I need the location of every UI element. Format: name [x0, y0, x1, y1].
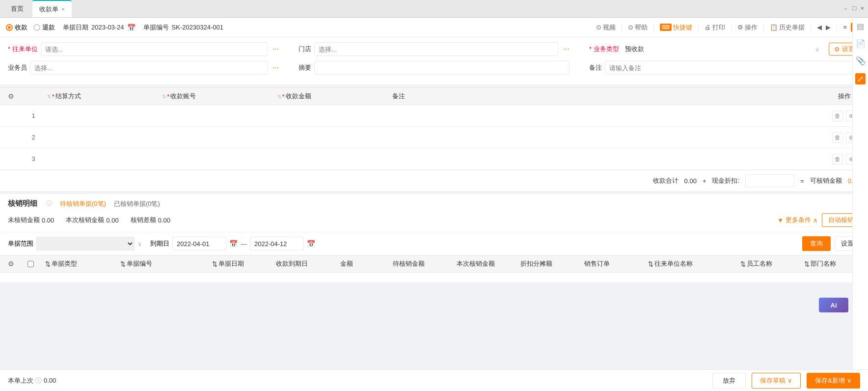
radio-receive[interactable]: 收款: [6, 23, 27, 32]
window-controls: － □ ×: [842, 4, 864, 13]
query-btn[interactable]: 查询: [802, 236, 831, 251]
ai-badge[interactable]: Ai: [819, 298, 848, 312]
bt-due-label: 收款到期日: [276, 259, 308, 268]
discount-input[interactable]: [745, 174, 794, 187]
bill-range-select[interactable]: [36, 237, 135, 251]
toolbar-actions: ⊙ 视频 ⊙ 帮助 ⌨ 快捷键 🖨 打印 ⚙ 操作 📋 历史单据 ◀: [596, 23, 862, 32]
save-draft-btn[interactable]: 保存草稿 ∨: [752, 373, 801, 389]
abstract-input[interactable]: [314, 61, 570, 75]
bt-sales-order-col: 销售订单: [580, 259, 644, 268]
help-btn[interactable]: ⊙ 帮助: [628, 23, 648, 32]
shortcut-icon: ⌨: [660, 24, 672, 31]
calendar-icon[interactable]: 📅: [127, 24, 136, 31]
row3-delete-btn[interactable]: 🗑: [832, 154, 843, 165]
sidebar-icon-3[interactable]: 📎: [856, 56, 866, 65]
bt-gear-icon[interactable]: ⚙: [8, 260, 14, 268]
bt-select-all-checkbox[interactable]: [27, 261, 34, 267]
radio-refund[interactable]: 退款: [33, 23, 55, 32]
sidebar-icon-2[interactable]: 📄: [856, 39, 866, 48]
remark-input[interactable]: [605, 61, 860, 75]
table-gear-icon[interactable]: ⚙: [8, 92, 14, 100]
unverified-label: 未核销金额: [8, 216, 40, 224]
salesperson-input[interactable]: [30, 61, 268, 75]
abandon-label: 放弃: [723, 377, 735, 384]
bt-checkbox-col: [24, 261, 41, 267]
divider6: [811, 24, 811, 31]
calendar-from-icon[interactable]: 📅: [229, 240, 238, 248]
row1-delete-btn[interactable]: 🗑: [832, 111, 843, 121]
operation-btn[interactable]: ⚙ 操作: [737, 23, 758, 32]
bill-range-label: 单据范围: [8, 239, 33, 248]
main-toolbar: 收款 退款 单据日期 2023-03-24 📅 单据编号 SK-20230324…: [0, 18, 868, 37]
main-form: * 往来单位 ··· 门店 ··· * 业务类型 预收款 ∨ ⚙ 设置: [0, 37, 868, 87]
save-new-btn[interactable]: 保存&新增 ∨: [807, 373, 860, 389]
more-conditions-btn[interactable]: ▼ 更多条件 ∧: [777, 216, 818, 224]
radio-receive-label: 收款: [15, 23, 27, 32]
current-label: 本次核销金额: [66, 216, 104, 224]
form-row-2: 业务员 ··· 摘要 备注: [8, 61, 860, 75]
footer-info-icon[interactable]: ⓘ: [35, 376, 42, 385]
counterpart-more-icon[interactable]: ···: [272, 45, 279, 54]
left-arrow-btn[interactable]: ◀: [817, 24, 822, 31]
settle-col-label: *: [52, 93, 54, 100]
abandon-btn[interactable]: 放弃: [712, 373, 746, 389]
history-btn[interactable]: 📋 历史单据: [770, 23, 805, 32]
sidebar-icon-4[interactable]: ⤢: [855, 73, 866, 84]
salesperson-field: 业务员 ···: [8, 61, 279, 75]
row2-delete-btn[interactable]: 🗑: [832, 132, 843, 143]
operation-label: 操作: [745, 23, 758, 32]
done-tab[interactable]: 已核销单据(0笔): [114, 199, 160, 208]
footer-actions: 放弃 保存草稿 ∨ 保存&新增 ∨: [712, 373, 860, 389]
filter-icon: ▼: [777, 217, 784, 224]
date-dash: —: [241, 240, 247, 248]
due-date-label: 到期日: [150, 239, 169, 248]
list-view-icon: ≡: [843, 24, 847, 31]
counterpart-input[interactable]: [41, 42, 268, 56]
window-close-btn[interactable]: ×: [860, 4, 864, 13]
remark-field: 备注: [589, 61, 860, 75]
row2-num: 2: [24, 134, 43, 141]
table-header: ⚙ ⇅ * 结算方式 ⇅ * 收款账号 ⇅ * 收款金额 备注 操作: [0, 87, 868, 105]
date-label: 单据日期: [63, 23, 88, 32]
window-min-btn[interactable]: －: [842, 4, 849, 13]
pending-tab[interactable]: 待核销单据(0笔): [60, 199, 106, 208]
right-arrow-btn[interactable]: ▶: [826, 24, 831, 31]
help-icon: ⊙: [628, 24, 633, 31]
verification-section: 核销明细 ⓘ 待核销单据(0笔) 已核销单据(0笔) 未核销金额 0.00 本次…: [0, 194, 868, 282]
form-row-1: * 往来单位 ··· 门店 ··· * 业务类型 预收款 ∨ ⚙ 设置: [8, 42, 860, 56]
salesperson-more-icon[interactable]: ···: [272, 63, 279, 72]
business-type-chevron[interactable]: ∨: [815, 46, 820, 53]
date-to-input[interactable]: [250, 237, 304, 251]
date-from-input[interactable]: [172, 237, 226, 251]
print-btn[interactable]: 🖨 打印: [705, 23, 725, 32]
bt-sales-order-label: 销售订单: [584, 259, 610, 268]
store-more-icon[interactable]: ···: [563, 45, 570, 54]
remark-col-header: 备注: [388, 92, 825, 101]
sidebar-icon-1[interactable]: ▤: [857, 22, 864, 31]
payment-table-section: ⚙ ⇅ * 结算方式 ⇅ * 收款账号 ⇅ * 收款金额 备注 操作: [0, 87, 868, 191]
verification-info-icon[interactable]: ⓘ: [46, 199, 52, 208]
print-label: 打印: [712, 23, 725, 32]
unverified-value: 0.00: [42, 217, 54, 224]
salesperson-label: 业务员: [8, 63, 27, 72]
tab-current[interactable]: 收款单 ×: [32, 0, 72, 17]
window-max-btn[interactable]: □: [853, 4, 857, 13]
diff-value: 0.00: [158, 217, 170, 224]
radio-refund-label: 退款: [42, 23, 55, 32]
bt-discount-col: 折扣分摊额: [516, 259, 580, 268]
op-col-text: 操作: [838, 92, 851, 101]
bt-counterpart-col: ⇅ 往来单位名称: [644, 259, 736, 268]
counterpart-label: * 往来单位: [8, 45, 38, 54]
remark-label: 备注: [589, 63, 602, 72]
save-draft-chevron: ∨: [787, 377, 792, 384]
video-btn[interactable]: ⊙ 视频: [596, 23, 616, 32]
list-view-btn[interactable]: ≡: [843, 24, 847, 31]
calendar-to-icon[interactable]: 📅: [307, 240, 315, 248]
bt-amount-col: 金额: [336, 259, 389, 268]
store-input[interactable]: [314, 42, 558, 56]
shortcut-btn[interactable]: ⌨ 快捷键: [660, 23, 692, 32]
video-label: 视频: [603, 23, 616, 32]
tab-close-icon[interactable]: ×: [61, 6, 65, 13]
auto-verify-label: 自动核销: [828, 216, 854, 223]
tab-home[interactable]: 首页: [4, 0, 30, 17]
